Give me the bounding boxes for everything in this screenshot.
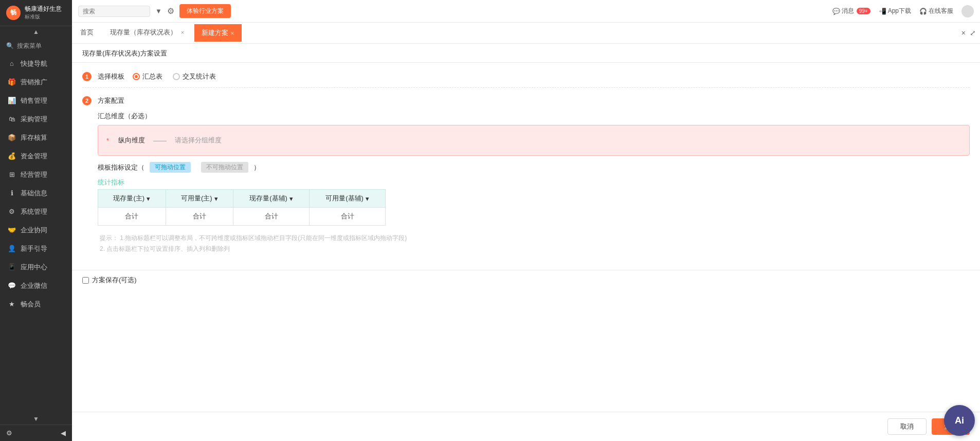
header-dropdown-icon[interactable]: ▼: [155, 7, 162, 15]
top-search-input[interactable]: [78, 6, 150, 17]
wechat-icon: 💬: [7, 281, 16, 290]
tip-1: 提示： 1.拖动标题栏可以调整布局，不可跨维度或指标区域拖动栏目字段(只能在同一…: [100, 234, 968, 243]
sidebar-item-system[interactable]: ⚙ 系统管理: [0, 203, 72, 221]
col-dropdown-1[interactable]: ▾: [214, 195, 218, 203]
radio-summary-circle: [133, 73, 140, 80]
main-area: ▼ ⚙ 体验行业方案 💬 消息 99+ 📲 App下载 🎧 在线客服 首页: [72, 0, 980, 441]
user-avatar-section[interactable]: [961, 5, 974, 17]
non-draggable-tag: 不可拖动位置: [201, 162, 248, 173]
tab-inventory-status[interactable]: 现存量（库存状况表） ×: [102, 23, 194, 43]
template-radio-group: 汇总表 交叉统计表: [133, 72, 216, 81]
footer-bar: 取消 查询: [72, 412, 980, 441]
cell-summary-1: 合计: [166, 208, 233, 226]
stat-table: 现存量(主) ▾ 可用量(主) ▾: [98, 189, 386, 226]
save-label: 方案保存(可选): [92, 275, 137, 285]
step1-section: 1 选择模板 汇总表 交叉统计表: [72, 63, 980, 265]
sidebar-item-inventory[interactable]: 📦 库存核算: [0, 128, 72, 147]
dimension-name: 纵向维度: [118, 136, 145, 145]
cell-summary-3: 合计: [310, 208, 386, 226]
tab-close-new-plan[interactable]: ×: [230, 29, 234, 37]
apps-icon: 📱: [7, 263, 16, 272]
tips-section: 提示： 1.拖动标题栏可以调整布局，不可跨维度或指标区域拖动栏目字段(只能在同一…: [98, 234, 970, 253]
sidebar-item-coop[interactable]: 🤝 企业协同: [0, 221, 72, 240]
sidebar-logo: 畅 畅康通好生意 标准版: [0, 0, 72, 26]
handshake-icon: 🤝: [7, 226, 16, 235]
avatar: [961, 5, 974, 17]
step2-badge: 2: [82, 96, 92, 105]
tip-2: 2. 点击标题栏下拉可设置排序、插入列和删除列: [100, 245, 968, 253]
ai-bubble[interactable]: Ai: [944, 405, 975, 436]
grid-icon: ⊞: [7, 170, 16, 179]
header-gear-icon[interactable]: ⚙: [167, 6, 174, 16]
search-menu[interactable]: 🔍 搜索菜单: [0, 38, 72, 54]
settings-icon[interactable]: ⚙: [6, 429, 12, 437]
dimension-dash: ——: [153, 137, 167, 144]
messages-section[interactable]: 💬 消息 99+: [832, 7, 870, 15]
dimension-required-mark: *: [106, 137, 109, 144]
sidebar-bottom: ⚙ ◀: [0, 425, 72, 441]
indicator-settings-label: 模板指标设定（: [98, 163, 144, 172]
col-header-1[interactable]: 可用量(主) ▾: [166, 190, 233, 208]
logo-icon: 畅: [6, 6, 21, 20]
sidebar-item-appstore[interactable]: 📱 应用中心: [0, 258, 72, 277]
tab-bar: 首页 现存量（库存状况表） × 新建方案 × × ⤢: [72, 23, 980, 44]
dimension-area[interactable]: * 纵向维度 —— 请选择分组维度: [98, 125, 970, 156]
app-name: 畅康通好生意: [25, 5, 62, 13]
content-area: 现存量(库存状况表)方案设置 1 选择模板 汇总表 交叉统计表: [72, 44, 980, 412]
cell-summary-2: 合计: [233, 208, 310, 226]
col-header-0[interactable]: 现存量(主) ▾: [98, 190, 166, 208]
home-icon: ⌂: [7, 59, 16, 68]
sidebar-item-wechat[interactable]: 💬 企业微信: [0, 277, 72, 295]
table-row: 合计 合计 合计 合计: [98, 208, 386, 226]
step2-label: 方案配置: [98, 96, 124, 105]
table-section: 统计指标 现存量(主) ▾: [98, 178, 970, 226]
messages-badge: 99+: [857, 8, 870, 14]
sidebar-item-basic[interactable]: ℹ 基础信息: [0, 184, 72, 203]
sidebar-item-guide[interactable]: 👤 新手引导: [0, 240, 72, 258]
sidebar-item-sales[interactable]: 📊 销售管理: [0, 91, 72, 110]
app-download-section[interactable]: 📲 App下载: [879, 7, 911, 15]
cancel-button[interactable]: 取消: [887, 418, 927, 435]
col-dropdown-3[interactable]: ▾: [366, 195, 369, 203]
vip-icon: ★: [7, 300, 16, 309]
info-icon: ℹ: [7, 189, 16, 198]
save-option-row: 方案保存(可选): [72, 270, 980, 290]
tab-expand-icon[interactable]: ⤢: [970, 29, 976, 37]
radio-crosstab-circle: [173, 73, 180, 80]
radio-summary[interactable]: 汇总表: [133, 72, 162, 81]
headset-icon: 🎧: [919, 8, 927, 15]
tab-new-plan[interactable]: 新建方案 ×: [194, 24, 242, 42]
col-header-3[interactable]: 可用量(基辅) ▾: [310, 190, 386, 208]
trial-button[interactable]: 体验行业方案: [179, 4, 231, 18]
sidebar-item-quick-nav[interactable]: ⌂ 快捷导航: [0, 54, 72, 73]
app-edition: 标准版: [25, 13, 62, 21]
indicator-settings-row: 模板指标设定（ 可拖动位置 不可拖动位置 ）: [98, 162, 970, 173]
sidebar-scroll-up[interactable]: ▲: [0, 26, 72, 38]
sidebar-item-operation[interactable]: ⊞ 经营管理: [0, 166, 72, 184]
save-checkbox[interactable]: [82, 277, 89, 284]
col-dropdown-0[interactable]: ▾: [147, 195, 150, 203]
sidebar-item-marketing[interactable]: 🎁 营销推广: [0, 73, 72, 91]
col-dropdown-2[interactable]: ▾: [289, 195, 293, 203]
download-icon: 📲: [879, 8, 886, 15]
sidebar-scroll-down[interactable]: ▼: [0, 413, 72, 425]
draggable-tag: 可拖动位置: [150, 162, 191, 173]
dimension-placeholder: 请选择分组维度: [175, 136, 222, 145]
step1-label: 选择模板: [98, 72, 124, 81]
sidebar-item-member[interactable]: ★ 畅会员: [0, 295, 72, 314]
tab-close-inventory[interactable]: ×: [179, 29, 186, 36]
gear-icon: ⚙: [7, 207, 16, 216]
sidebar-item-finance[interactable]: 💰 资金管理: [0, 147, 72, 166]
user-plus-icon: 👤: [7, 244, 16, 253]
radio-crosstab[interactable]: 交叉统计表: [173, 72, 216, 81]
tab-close-all-icon[interactable]: ×: [961, 29, 966, 37]
sidebar: 畅 畅康通好生意 标准版 ▲ 🔍 搜索菜单 ⌂ 快捷导航 🎁 营销推广 📊 销售…: [0, 0, 72, 441]
customer-service-section[interactable]: 🎧 在线客服: [919, 7, 953, 15]
col-header-2[interactable]: 现存量(基辅) ▾: [233, 190, 310, 208]
sidebar-nav: 🔍 搜索菜单 ⌂ 快捷导航 🎁 营销推广 📊 销售管理 🛍 采购管理 📦 库存核…: [0, 38, 72, 413]
tab-home[interactable]: 首页: [72, 23, 102, 43]
chart-icon: 📊: [7, 96, 16, 105]
sidebar-item-purchase[interactable]: 🛍 采购管理: [0, 110, 72, 128]
box-icon: 📦: [7, 133, 16, 142]
collapse-icon[interactable]: ◀: [61, 429, 66, 437]
